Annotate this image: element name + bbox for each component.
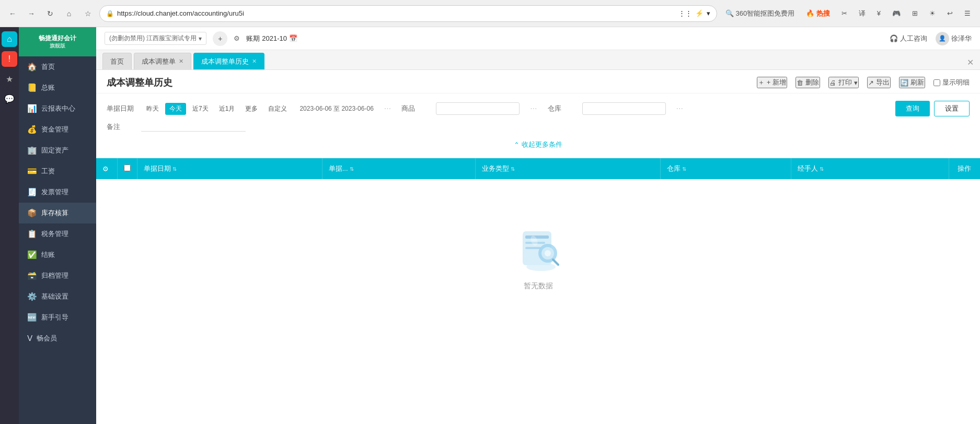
search-btn[interactable]: 🔍 360智能抠图免费用 [721, 7, 799, 20]
sidebar-item-funds[interactable]: 💰 资金管理 [19, 119, 96, 140]
back-button[interactable]: ← [5, 6, 20, 21]
account-period: 账期 2021-10 📅 [246, 34, 297, 43]
home-button[interactable]: ⌂ [62, 6, 76, 21]
sidebar-item-inventory[interactable]: 📦 库存核算 [19, 203, 96, 223]
date-btn-custom[interactable]: 自定义 [264, 103, 291, 115]
translate-btn[interactable]: 译 [855, 7, 870, 20]
settings-button[interactable]: 设置 [934, 101, 970, 116]
settings-icon: ⚙️ [27, 292, 37, 301]
salary-icon: 💳 [27, 167, 37, 176]
warehouse-filter-input[interactable] [582, 102, 666, 115]
date-btn-today[interactable]: 今天 [165, 103, 186, 115]
date-btn-more[interactable]: 更多 [241, 103, 262, 115]
sidebar-item-salary[interactable]: 💳 工资 [19, 161, 96, 182]
bookmark-button[interactable]: ☆ [80, 6, 95, 21]
icon-bar-home[interactable]: ⌂ [2, 31, 17, 47]
tab-cost-adjust-close[interactable]: ✕ [179, 58, 183, 65]
menu-btn[interactable]: ☰ [960, 7, 975, 19]
period-value: 2021-10 [262, 34, 287, 42]
sidebar-item-invoice[interactable]: 🧾 发票管理 [19, 182, 96, 203]
sidebar-label-guide: 新手引导 [41, 313, 68, 322]
query-button[interactable]: 查询 [895, 101, 930, 116]
sort-arrows-biztype[interactable]: ⇅ [511, 166, 515, 172]
top-bar-right: 🎧 人工咨询 👤 徐泽华 [890, 32, 972, 45]
collapse-button[interactable]: ⌃ 收起更多条件 [107, 137, 970, 152]
delete-button[interactable]: 🗑 删除 [795, 77, 820, 88]
date-btn-yesterday[interactable]: 昨天 [142, 103, 163, 115]
sidebar-logo: 畅捷通好会计 旗舰版 [19, 27, 96, 56]
note-filter-input[interactable] [141, 122, 246, 132]
th-biztype: 业务类型 ⇅ [475, 158, 660, 179]
sidebar-item-archive[interactable]: 🗃️ 归档管理 [19, 265, 96, 286]
browser-bar: ← → ↻ ⌂ ☆ 🔒 https://cloud.chanjet.com/ac… [0, 0, 980, 27]
close-accounts-icon: ✅ [27, 250, 37, 260]
tab-home[interactable]: 首页 [102, 53, 132, 69]
th-date: 单据日期 ⇅ [137, 158, 322, 179]
sidebar-item-settings[interactable]: ⚙️ 基础设置 [19, 286, 96, 307]
print-button[interactable]: 🖨 打印 ▾ [828, 77, 859, 88]
sidebar-item-assets[interactable]: 🏢 固定资产 [19, 140, 96, 161]
date-btn-1month[interactable]: 近1月 [215, 103, 239, 115]
refresh-button[interactable]: 🔄 刷新 [899, 77, 925, 88]
goods-filter-input[interactable] [436, 102, 520, 115]
tab-cost-history-close[interactable]: ✕ [252, 58, 257, 65]
add-button[interactable]: ＋ + 新增 [757, 77, 787, 88]
user-info[interactable]: 👤 徐泽华 [936, 32, 972, 45]
wallet-btn[interactable]: ¥ [873, 7, 885, 19]
date-filter-label: 单据日期 [107, 104, 134, 113]
window-close-button[interactable]: ✕ [967, 57, 974, 67]
sidebar-item-guide[interactable]: 🆕 新手引导 [19, 307, 96, 328]
sidebar-item-reports[interactable]: 📊 云报表中心 [19, 98, 96, 119]
sort-arrows-handler[interactable]: ⇅ [820, 166, 824, 172]
light-btn[interactable]: ☀ [925, 7, 940, 19]
svg-line-8 [553, 260, 558, 265]
icon-bar-star[interactable]: ★ [2, 71, 17, 87]
sidebar-label-close: 结账 [41, 250, 55, 260]
sort-arrows-date[interactable]: ⇅ [172, 166, 177, 172]
sidebar-item-vip[interactable]: Ⅴ 畅会员 [19, 328, 96, 349]
service-button[interactable]: 🎧 人工咨询 [890, 34, 927, 43]
company-dropdown-icon: ▾ [199, 35, 202, 42]
tab-cost-adjust[interactable]: 成本调整单 ✕ [134, 53, 191, 69]
display-checkbox[interactable] [933, 79, 940, 86]
select-all-checkbox[interactable] [124, 164, 131, 171]
page-actions: ＋ + 新增 🗑 删除 🖨 打印 ▾ ↗ 导出 [757, 77, 970, 88]
add-tab-button[interactable]: + [213, 31, 227, 46]
grid-btn[interactable]: ⊞ [908, 7, 922, 19]
sidebar-item-home[interactable]: 🏠 首页 [19, 56, 96, 77]
export-button[interactable]: ↗ 导出 [867, 77, 891, 88]
reload-button[interactable]: ↻ [43, 6, 57, 21]
date-btn-7days[interactable]: 近7天 [188, 103, 213, 115]
refresh-label: 刷新 [910, 78, 924, 87]
forward-button[interactable]: → [24, 6, 39, 21]
icon-bar-chat[interactable]: 💬 [2, 91, 17, 107]
note-filter-label: 备注 [107, 122, 133, 132]
th-checkbox[interactable] [117, 158, 137, 179]
game-btn[interactable]: 🎮 [888, 7, 905, 19]
tab-cost-history[interactable]: 成本调整单历史 ✕ [193, 53, 264, 69]
th-handler: 经手人 ⇅ [791, 158, 949, 179]
sort-arrows-warehouse[interactable]: ⇅ [682, 166, 686, 172]
address-bar[interactable]: 🔒 https://cloud.chanjet.com/accounting/u… [99, 5, 717, 22]
sort-arrows-voucher[interactable]: ⇅ [350, 166, 354, 172]
sidebar-item-ledger[interactable]: 📒 总账 [19, 77, 96, 98]
calendar-icon[interactable]: 📅 [289, 34, 297, 42]
filter-area: 单据日期 昨天 今天 近7天 近1月 更多 自定义 2023-06-06 至 2… [96, 93, 980, 158]
company-selector[interactable]: (勿删勿禁用) 江西服宝测试专用 ▾ [105, 32, 206, 45]
lock-icon: 🔒 [106, 10, 114, 17]
print-label: 打印 [838, 78, 852, 87]
settings-gear-icon[interactable]: ⚙ [234, 34, 240, 42]
page-title: 成本调整单历史 [107, 76, 172, 89]
hot-search-btn[interactable]: 🔥 热搜 [802, 7, 834, 20]
undo-btn[interactable]: ↩ [943, 7, 957, 19]
lightning-icon: ⚡ [695, 9, 704, 17]
sidebar-label-reports: 云报表中心 [41, 104, 75, 113]
tab-cost-history-label: 成本调整单历史 [201, 57, 249, 66]
refresh-icon: 🔄 [900, 79, 908, 87]
display-toggle[interactable]: 显示明细 [933, 78, 970, 87]
sidebar-item-close[interactable]: ✅ 结账 [19, 244, 96, 265]
sidebar-item-tax[interactable]: 📋 税务管理 [19, 223, 96, 244]
th-gear[interactable]: ⚙ [96, 158, 117, 179]
scissors-btn[interactable]: ✂ [837, 7, 851, 19]
icon-bar-alert[interactable]: ! [2, 51, 17, 67]
